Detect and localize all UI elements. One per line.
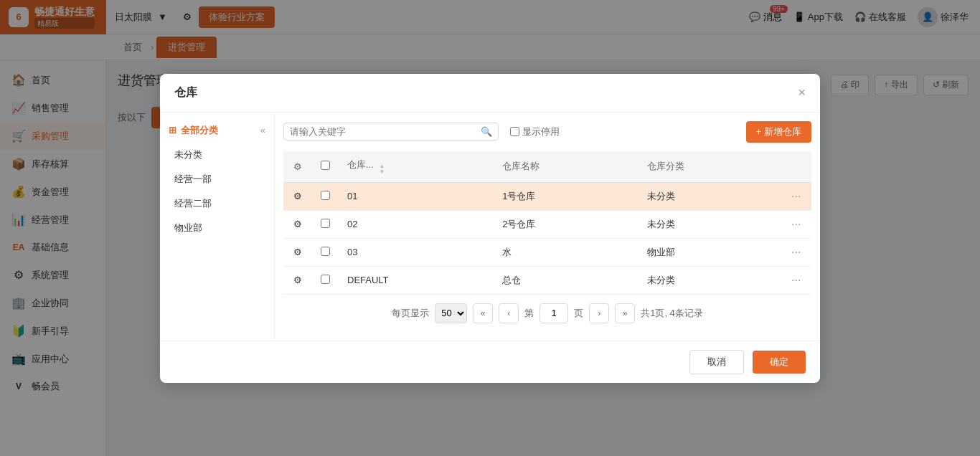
last-page-button[interactable]: »: [615, 303, 635, 323]
row-check[interactable]: [312, 182, 339, 210]
col-actions: [783, 151, 811, 183]
col-checkbox: [312, 151, 339, 183]
row-check[interactable]: [312, 238, 339, 266]
prev-page-button[interactable]: ‹: [499, 303, 519, 323]
row-gear[interactable]: ⚙: [283, 266, 312, 294]
row-gear[interactable]: ⚙: [283, 182, 312, 210]
row-name: 总仓: [494, 266, 638, 294]
add-warehouse-button[interactable]: + 新增仓库: [746, 121, 811, 143]
category-item-unclassified[interactable]: 未分类: [160, 143, 274, 167]
table-panel: 🔍 显示停用 + 新增仓库 ⚙ 仓库.: [275, 113, 820, 341]
row-no: 02: [339, 210, 494, 238]
all-categories-button[interactable]: ⊞ 全部分类: [169, 124, 218, 137]
search-icon[interactable]: 🔍: [481, 126, 492, 137]
category-item-property[interactable]: 物业部: [160, 216, 274, 240]
show-disabled-checkbox[interactable]: [510, 127, 519, 136]
row-no: 01: [339, 182, 494, 210]
row-actions[interactable]: ···: [783, 182, 811, 210]
row-category: 物业部: [639, 238, 783, 266]
select-all-checkbox[interactable]: [321, 161, 330, 170]
row-gear[interactable]: ⚙: [283, 238, 312, 266]
row-actions[interactable]: ···: [783, 238, 811, 266]
modal-close-button[interactable]: ×: [798, 85, 806, 100]
row-actions[interactable]: ···: [783, 266, 811, 294]
modal-overlay: 仓库 × ⊞ 全部分类 « 未分类 经营一部 经营二部 物业部: [0, 0, 980, 456]
page-number-input[interactable]: [540, 303, 568, 323]
row-name: 水: [494, 238, 638, 266]
category-header: ⊞ 全部分类 «: [160, 118, 274, 143]
sort-icon-code: ▲▼: [379, 163, 385, 175]
search-box: 🔍: [283, 123, 499, 141]
col-settings: ⚙: [283, 151, 312, 183]
confirm-button[interactable]: 确定: [753, 351, 806, 374]
warehouse-modal: 仓库 × ⊞ 全部分类 « 未分类 经营一部 经营二部 物业部: [160, 74, 820, 383]
row-name: 1号仓库: [494, 182, 638, 210]
row-check[interactable]: [312, 210, 339, 238]
row-category: 未分类: [639, 266, 783, 294]
modal-body: ⊞ 全部分类 « 未分类 经营一部 经营二部 物业部 🔍: [160, 113, 820, 341]
table-row[interactable]: ⚙ 01 1号仓库 未分类 ···: [283, 182, 811, 210]
cancel-button[interactable]: 取消: [689, 350, 744, 374]
collapse-icon[interactable]: «: [260, 125, 265, 136]
search-input[interactable]: [290, 126, 481, 137]
pagination: 每页显示 50 « ‹ 第 页 › » 共1页, 4条记录: [283, 295, 811, 332]
row-gear[interactable]: ⚙: [283, 210, 312, 238]
warehouse-table: ⚙ 仓库... ▲▼ 仓库名称 仓库分类: [283, 151, 811, 295]
modal-title: 仓库: [174, 85, 197, 100]
show-disabled-area: 显示停用: [510, 125, 560, 138]
table-row[interactable]: ⚙ 03 水 物业部 ···: [283, 238, 811, 266]
row-category: 未分类: [639, 210, 783, 238]
category-item-dept2[interactable]: 经营二部: [160, 191, 274, 216]
modal-footer: 取消 确定: [160, 341, 820, 383]
category-item-dept1[interactable]: 经营一部: [160, 167, 274, 191]
row-actions[interactable]: ···: [783, 210, 811, 238]
table-toolbar: 🔍 显示停用 + 新增仓库: [283, 121, 811, 143]
row-check[interactable]: [312, 266, 339, 294]
first-page-button[interactable]: «: [473, 303, 493, 323]
row-category: 未分类: [639, 182, 783, 210]
col-name: 仓库名称: [494, 151, 638, 183]
category-panel: ⊞ 全部分类 « 未分类 经营一部 经营二部 物业部: [160, 113, 275, 341]
table-header-row: ⚙ 仓库... ▲▼ 仓库名称 仓库分类: [283, 151, 811, 183]
table-row[interactable]: ⚙ DEFAULT 总仓 未分类 ···: [283, 266, 811, 294]
table-row[interactable]: ⚙ 02 2号仓库 未分类 ···: [283, 210, 811, 238]
row-name: 2号仓库: [494, 210, 638, 238]
modal-header: 仓库 ×: [160, 74, 820, 113]
row-no: DEFAULT: [339, 266, 494, 294]
grid-icon: ⊞: [169, 125, 176, 136]
row-no: 03: [339, 238, 494, 266]
col-code: 仓库... ▲▼: [339, 151, 494, 183]
next-page-button[interactable]: ›: [589, 303, 609, 323]
per-page-select[interactable]: 50: [435, 303, 467, 323]
col-category: 仓库分类: [639, 151, 783, 183]
